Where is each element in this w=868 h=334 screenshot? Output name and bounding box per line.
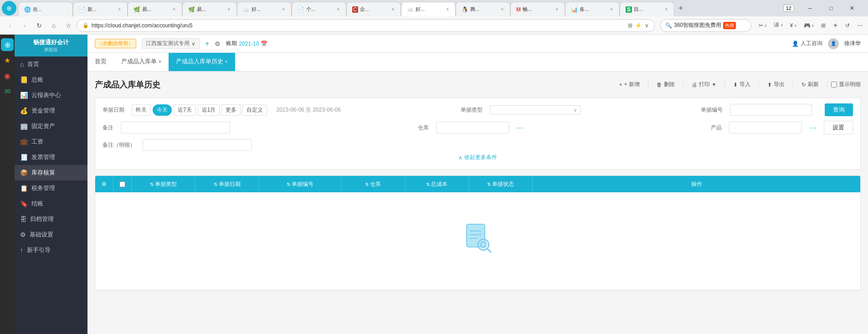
date-btn-more[interactable]: 更多 <box>221 104 241 116</box>
number-filter-input[interactable] <box>730 104 812 116</box>
add-button[interactable]: + + 新增 <box>615 79 644 90</box>
icon-sidebar-item-3[interactable]: ◉ <box>1 69 14 82</box>
tab-close-t9[interactable]: × <box>500 6 504 13</box>
icon-sidebar-item-2[interactable]: ★ <box>1 54 14 67</box>
scissors-tool[interactable]: ✂ › <box>757 21 768 30</box>
th-cost[interactable]: ⇅ 总成本 <box>405 176 469 192</box>
sidebar-item-guide[interactable]: ↑ 新手引导 <box>15 242 87 258</box>
print-button[interactable]: 🖨 打印 ▼ <box>687 79 721 90</box>
warehouse-more-icon[interactable]: ⋯ <box>516 123 524 132</box>
tab-t2[interactable]: 📄 新... × <box>73 2 128 16</box>
th-number[interactable]: ⇅ 单据编号 <box>259 176 341 192</box>
remark-filter-input[interactable] <box>121 122 230 134</box>
date-btn-custom[interactable]: 自定义 <box>242 104 267 116</box>
th-settings[interactable]: ⚙ <box>95 176 113 192</box>
sidebar-item-inventory[interactable]: 📦 库存核算 <box>15 165 87 180</box>
sun-tool[interactable]: ☀ <box>831 21 840 30</box>
tab-close-t4[interactable]: × <box>226 6 231 13</box>
product-more-icon[interactable]: ⋯ <box>809 123 817 132</box>
product-filter-input[interactable] <box>729 122 802 134</box>
sidebar-item-asset[interactable]: 🏢 固定资产 <box>15 118 87 134</box>
bookmark-button[interactable]: ☆ <box>62 19 75 32</box>
back-button[interactable]: ‹ <box>4 19 16 32</box>
tab-history-page[interactable]: 产成品入库单历史 × <box>169 53 235 71</box>
tab-t4[interactable]: 🌿 易... × <box>182 2 237 16</box>
icon-sidebar-item-1[interactable]: ⊕ <box>1 38 14 51</box>
th-status[interactable]: ⇅ 单据状态 <box>469 176 533 192</box>
user-service-button[interactable]: 👤 人工咨询 <box>792 40 822 47</box>
tab-close-t6[interactable]: × <box>336 6 340 13</box>
sidebar-item-checkout[interactable]: 🔖 结账 <box>15 196 87 211</box>
date-btn-today[interactable]: 今天 <box>153 104 172 116</box>
search-bar[interactable]: 🔍 360智能抠图免费用 热搜 <box>660 19 751 32</box>
date-btn-7days[interactable]: 近7天 <box>174 104 196 116</box>
sidebar-item-report[interactable]: 📊 云报表中心 <box>15 87 87 103</box>
tab-t3[interactable]: 🌿 易... × <box>128 2 182 16</box>
org-selector[interactable]: 江西服宝测试专用 ∨ <box>142 38 200 49</box>
remark-detail-filter-input[interactable] <box>143 139 252 151</box>
settings-org-button[interactable]: ⚙ <box>215 40 221 47</box>
tab-t1[interactable]: 🌐 在... <box>18 2 73 16</box>
tab-close-t12[interactable]: × <box>664 6 668 13</box>
minimize-button[interactable]: ─ <box>800 1 821 15</box>
currency-tool[interactable]: ¥ › <box>788 21 798 30</box>
date-btn-yesterday[interactable]: 昨天 <box>132 104 151 116</box>
translate-tool[interactable]: 译 › <box>772 21 784 30</box>
tab-close-t7[interactable]: × <box>390 6 395 13</box>
address-bar[interactable]: 🔒 https://cloud.chanjet.com/accounting/u… <box>77 19 655 32</box>
tab-list-close[interactable]: × <box>159 59 161 64</box>
game-tool[interactable]: 🎮 › <box>802 21 816 30</box>
type-select[interactable]: ∨ <box>490 105 581 114</box>
th-checkbox[interactable] <box>113 176 132 192</box>
show-detail-input[interactable] <box>831 82 837 87</box>
export-button[interactable]: ⬆ 导出 <box>763 79 789 90</box>
tab-close-t10[interactable]: × <box>555 6 559 13</box>
sidebar-item-tax[interactable]: 📋 税务管理 <box>15 180 87 196</box>
tab-close-t11[interactable]: × <box>609 6 614 13</box>
home-button[interactable]: ⌂ <box>47 19 60 32</box>
tab-list-page[interactable]: 产成品入库单 × <box>114 53 169 71</box>
select-all-checkbox[interactable] <box>119 181 125 187</box>
sidebar-item-ledger[interactable]: 📒 总账 <box>15 72 87 87</box>
tab-close-t3[interactable]: × <box>172 6 176 13</box>
new-tab-button[interactable]: + <box>674 2 687 15</box>
sidebar-item-invoice[interactable]: 🧾 发票管理 <box>15 149 87 165</box>
th-type[interactable]: ⇅ 单据类型 <box>132 176 195 192</box>
refresh-btn[interactable]: ↻ 刷新 <box>797 79 823 90</box>
forward-button[interactable]: › <box>18 19 31 32</box>
period-calendar-icon[interactable]: 📅 <box>261 41 267 47</box>
settings-query-button[interactable]: 设置 <box>824 121 853 134</box>
undo-tool[interactable]: ↺ <box>843 21 852 30</box>
icon-sidebar-item-4[interactable]: ✉ <box>1 85 14 98</box>
query-button[interactable]: 查询 <box>825 103 853 116</box>
show-detail-checkbox[interactable]: 显示明细 <box>831 81 861 88</box>
collapse-bar[interactable]: ∧ 收起更多条件 <box>103 151 853 164</box>
grid-icon[interactable]: ⊞ <box>628 22 632 29</box>
import-button[interactable]: ⬇ 导入 <box>729 79 755 90</box>
maximize-button[interactable]: □ <box>821 1 842 15</box>
date-btn-1month[interactable]: 近1月 <box>198 104 220 116</box>
refresh-button[interactable]: ↻ <box>33 19 46 32</box>
sidebar-item-fund[interactable]: 💰 资金管理 <box>15 103 87 118</box>
tab-t6[interactable]: 📄 个... × <box>292 2 346 16</box>
settings-tool[interactable]: ⋯ <box>855 21 864 30</box>
sidebar-item-archive[interactable]: 🗄 归档管理 <box>15 211 87 227</box>
tab-t11[interactable]: 📊 各... × <box>565 2 620 16</box>
grid-tool[interactable]: ⊞ <box>819 21 827 30</box>
sidebar-item-salary[interactable]: 💼 工资 <box>15 134 87 149</box>
delete-button[interactable]: 🗑 删除 <box>652 79 679 90</box>
tab-t10[interactable]: M 畅... × <box>510 2 565 16</box>
sidebar-item-home[interactable]: ⌂ 首页 <box>15 57 87 72</box>
sidebar-item-settings[interactable]: ⚙ 基础设置 <box>15 227 87 242</box>
tab-close-t8[interactable]: × <box>445 6 450 13</box>
tab-close-t2[interactable]: × <box>117 6 122 13</box>
th-warehouse[interactable]: ⇅ 仓库 <box>341 176 405 192</box>
warehouse-filter-input[interactable] <box>436 122 509 134</box>
tab-history-close[interactable]: × <box>225 59 228 64</box>
tab-t12[interactable]: S 目... × <box>620 2 674 16</box>
tab-t5[interactable]: ☁️ 好... × <box>237 2 292 16</box>
chevron-down-icon[interactable]: ∨ <box>645 22 649 29</box>
close-button[interactable]: ✕ <box>842 1 863 15</box>
bolt-icon[interactable]: ⚡ <box>635 22 642 29</box>
tab-t9[interactable]: 🐧 腾... × <box>456 2 510 16</box>
